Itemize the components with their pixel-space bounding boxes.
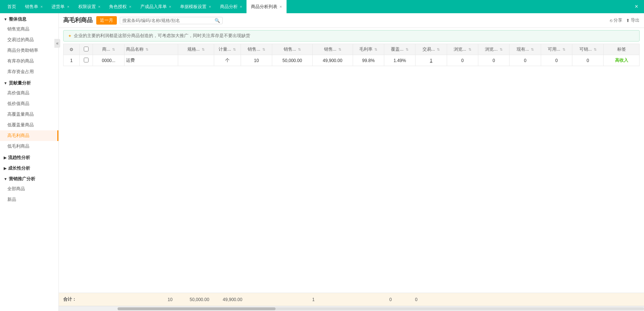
sidebar-group-contribution[interactable]: ▼ 贡献量分析 [0, 77, 58, 88]
sort-icon-stock2[interactable]: ⇅ [562, 47, 565, 51]
sort-icon-sales-amt[interactable]: ⇅ [298, 47, 301, 51]
th-browse1: 浏览... ⇅ [447, 44, 478, 55]
table-container[interactable]: ⚙ 商... ⇅ 商品名称 ⇅ 规格... ⇅ [59, 44, 644, 293]
cell-sales-amt: 50,000.00 [272, 55, 313, 66]
sidebar-item-sales-browse[interactable]: 销售览商品 [0, 24, 58, 35]
nav-sales-order[interactable]: 销售单 × [21, 0, 47, 13]
sort-icon-spec[interactable]: ⇅ [202, 47, 205, 51]
sidebar-group-trend[interactable]: ▶ 流趋性分析 [0, 152, 58, 162]
sort-icon-browse2[interactable]: ⇅ [500, 47, 503, 51]
nav-product-inbound[interactable]: 产成品入库单 × [136, 0, 176, 13]
th-stock2: 可用... ⇅ [541, 44, 572, 55]
th-spec: 规格... ⇅ [178, 44, 214, 55]
cell-check[interactable] [79, 55, 93, 66]
nav-template-close[interactable]: × [209, 4, 211, 9]
cell-spec [178, 55, 214, 66]
sort-icon-trans[interactable]: ⇅ [437, 47, 440, 51]
tag-high-income: 高收入 [615, 58, 628, 63]
sidebar-item-high-value[interactable]: 高价值商品 [0, 88, 58, 98]
share-icon: ⎋ [610, 18, 612, 23]
th-cover: 覆盖... ⇅ [384, 44, 415, 55]
scrollbar-track[interactable] [118, 307, 644, 310]
sidebar-item-high-coverage[interactable]: 高覆盖量商品 [0, 109, 58, 120]
nav-analysis-close[interactable]: × [240, 4, 242, 9]
footer-cells: 10 50,000.00 49,900.00 1 0 0 [84, 297, 640, 302]
select-all-checkbox[interactable] [84, 47, 89, 51]
footer-stock1: 0 [378, 297, 403, 302]
cell-tag: 高收入 [604, 55, 640, 66]
sort-icon-sales-cost[interactable]: ⇅ [338, 47, 341, 51]
nav-product-analysis[interactable]: 商品分析 × [216, 0, 247, 13]
sort-icon-stock1[interactable]: ⇅ [531, 47, 534, 51]
export-button[interactable]: ⬆ 导出 [626, 17, 640, 23]
th-sales-amt: 销售... ⇅ [272, 44, 313, 55]
cell-browse1: 0 [447, 55, 478, 66]
page-title: 高毛利商品 [63, 17, 93, 24]
product-table: ⚙ 商... ⇅ 商品名称 ⇅ 规格... ⇅ [63, 44, 640, 66]
sidebar-item-high-margin[interactable]: 高毛利商品 [0, 130, 58, 141]
nav-product-analysis-list[interactable]: 商品分析列表 × [247, 0, 286, 13]
sort-icon-gross-rate[interactable]: ⇅ [374, 47, 377, 51]
star-icon: ✦ [68, 33, 72, 39]
nav-analysis-list-close[interactable]: × [280, 4, 282, 9]
sort-icon-code[interactable]: ⇅ [112, 47, 115, 51]
nav-permission-settings[interactable]: 权限设置 × [74, 0, 105, 13]
cell-browse2: 0 [478, 55, 510, 66]
horizontal-scrollbar[interactable] [59, 306, 644, 311]
sidebar-item-low-value[interactable]: 低价值商品 [0, 98, 58, 109]
share-button[interactable]: ⎋ 分享 [610, 17, 622, 23]
cell-trans[interactable]: 1 [415, 55, 447, 66]
footer-stock2: 0 [403, 297, 429, 302]
cell-stock1: 0 [510, 55, 541, 66]
sidebar-group-growth[interactable]: ▶ 成长性分析 [0, 162, 58, 173]
top-navigation: 首页 销售单 × 进货单 × 权限设置 × 角色授权 × 产成品入库单 × 单据… [0, 0, 644, 13]
cell-name[interactable]: 运费 [124, 55, 178, 66]
info-banner: ✦ 企业的主要的利润都是这部分商品创造的，可考虑加大推广，同时关注库存是不要出现… [63, 30, 640, 41]
sort-icon-sales-qty[interactable]: ⇅ [262, 47, 265, 51]
sort-icon-stock3[interactable]: ⇅ [594, 47, 597, 51]
table-header-row: ⚙ 商... ⇅ 商品名称 ⇅ 规格... ⇅ [64, 44, 640, 55]
th-sales-qty: 销售... ⇅ [241, 44, 272, 55]
th-checkbox[interactable] [79, 44, 93, 55]
nav-purchase-order[interactable]: 进货单 × [47, 0, 73, 13]
nav-purchase-close[interactable]: × [67, 4, 69, 9]
nav-role-auth[interactable]: 角色授权 × [105, 0, 136, 13]
scrollbar-thumb[interactable] [118, 307, 276, 310]
sidebar-item-low-margin[interactable]: 低毛利商品 [0, 141, 58, 152]
sidebar-item-category-rate[interactable]: 商品分类助销率 [0, 45, 58, 56]
sidebar-item-traded[interactable]: 交易过的商品 [0, 35, 58, 45]
cell-sales-qty: 10 [241, 55, 272, 66]
cell-stock2: 0 [541, 55, 572, 66]
nav-product-close[interactable]: × [169, 4, 171, 9]
sidebar-item-low-coverage[interactable]: 低覆盖量商品 [0, 120, 58, 130]
search-icon[interactable]: 🔍 [215, 18, 220, 23]
table-row: 1 0000... 运费 个 10 50,000.00 49,900.00 99… [64, 55, 640, 66]
sidebar-item-stock-capital[interactable]: 库存资金占用 [0, 66, 58, 77]
sidebar-item-new-products[interactable]: 新品 [0, 194, 58, 205]
sidebar-item-all-products[interactable]: 全部商品 [0, 184, 58, 194]
th-name: 商品名称 ⇅ [124, 44, 178, 55]
close-all-tabs[interactable]: × [632, 3, 641, 10]
sort-icon-browse1[interactable]: ⇅ [468, 47, 471, 51]
th-gross-rate: 毛利率 ⇅ [353, 44, 384, 55]
main-layout: ▼ 整体信息 销售览商品 交易过的商品 商品分类助销率 有库存的商品 库存资金占… [0, 13, 644, 311]
nav-sales-order-close[interactable]: × [40, 4, 43, 9]
sidebar-group-marketing[interactable]: ▼ 营销推广分析 [0, 173, 58, 184]
sidebar-group-overview[interactable]: ▼ 整体信息 [0, 13, 58, 24]
content-area: 高毛利商品 近一月 🔍 ⎋ 分享 ⬆ 导出 ✦ 企业的主要的利润都是这部分商品创… [59, 13, 644, 311]
filter-recent-month[interactable]: 近一月 [96, 16, 117, 25]
row-checkbox[interactable] [84, 58, 89, 62]
sort-icon-unit[interactable]: ⇅ [233, 47, 236, 51]
trans-link[interactable]: 1 [430, 58, 432, 63]
nav-role-close[interactable]: × [129, 4, 131, 9]
sort-icon-cover[interactable]: ⇅ [406, 47, 409, 51]
th-settings[interactable]: ⚙ [64, 44, 80, 55]
nav-template-settings[interactable]: 单据模板设置 × [176, 0, 215, 13]
arrow-down-icon-3: ▼ [4, 177, 7, 181]
sort-icon-name[interactable]: ⇅ [145, 47, 148, 51]
search-input[interactable] [122, 18, 215, 23]
nav-home[interactable]: 首页 [3, 0, 21, 13]
sidebar-item-in-stock[interactable]: 有库存的商品 [0, 56, 58, 66]
sidebar-collapse-button[interactable]: « [54, 39, 60, 48]
nav-permission-close[interactable]: × [98, 4, 100, 9]
